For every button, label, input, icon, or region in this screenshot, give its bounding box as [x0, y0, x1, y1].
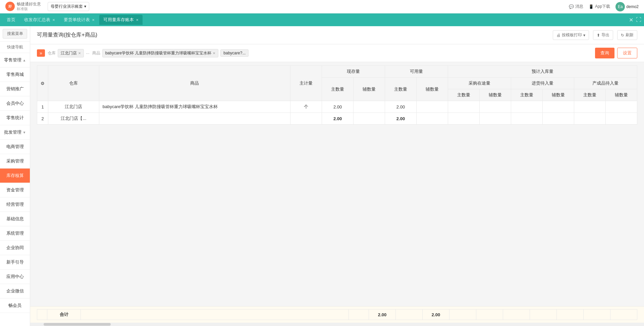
- warehouse-filter-tag[interactable]: 江北门店 ✕: [58, 49, 84, 57]
- sidebar-item-finance-mgmt[interactable]: 资金管理: [0, 183, 30, 197]
- message-btn[interactable]: 💬 消息: [569, 4, 583, 9]
- product-tag1-text: babycare学饮杯 儿童防摔防撞吸管杯重力球吸嘴杯宝宝水杯: [105, 50, 212, 56]
- sidebar-item-wholesale-mgmt[interactable]: 批发管理 ▼: [0, 125, 30, 140]
- footer-stock-main: 2.00: [369, 310, 396, 320]
- product-filter-tag1[interactable]: babycare学饮杯 儿童防摔防撞吸管杯重力球吸嘴杯宝宝水杯 ✕: [102, 49, 219, 57]
- tab-home-label: 首页: [7, 17, 15, 23]
- tab-receive-summary[interactable]: 收发存汇总表 ✕: [20, 15, 59, 25]
- sidebar-item-basic-info[interactable]: 基础信息: [0, 212, 30, 226]
- sidebar-item-wholesale-mgmt-label: 批发管理: [4, 129, 21, 135]
- product-filter-tag2[interactable]: babycare?...: [220, 49, 249, 57]
- row2-warehouse: 江北门店【...: [48, 113, 99, 125]
- footer-row: 合计 2.00 2.00: [37, 310, 637, 320]
- refresh-label: 刷新: [626, 32, 634, 38]
- tab-home[interactable]: 首页: [3, 15, 19, 25]
- sidebar-item-member-vip-label: 畅会员: [8, 302, 21, 309]
- h-scrollbar-thumb[interactable]: [44, 323, 111, 326]
- tab-receive-summary-close[interactable]: ✕: [52, 18, 55, 22]
- sidebar-item-retail-mall[interactable]: 零售商城: [0, 67, 30, 82]
- table-row: 1 江北门店 babycare学饮杯 儿童防摔防撞吸管杯重力球吸嘴杯宝宝水杯 个…: [37, 101, 637, 113]
- print-btn[interactable]: 🖨 按模板打印 ▾: [553, 30, 589, 40]
- user-profile[interactable]: Ea demo2: [615, 2, 639, 11]
- sidebar-item-retail-mgmt[interactable]: 零售管理 ▲: [0, 53, 30, 67]
- sidebar: 搜索菜单 快捷导航 零售管理 ▲ 零售商城 营销推广 会员中心 零售统计 批发管…: [0, 26, 30, 326]
- chevron-icon: ▲: [23, 58, 26, 62]
- sidebar-item-retail-stats[interactable]: 零售统计: [0, 111, 30, 125]
- tab-available-stock-close[interactable]: ✕: [136, 18, 139, 22]
- col-unit: 主计量: [290, 66, 322, 101]
- app-download-label: App下载: [595, 4, 610, 9]
- sidebar-item-stock-check-label: 库存核算: [6, 173, 24, 179]
- sidebar-item-finance-mgmt-label: 资金管理: [6, 187, 24, 193]
- warehouse-tag-close[interactable]: ✕: [78, 51, 81, 55]
- quick-nav-btn[interactable]: 快捷导航: [0, 42, 30, 53]
- refresh-btn[interactable]: ↻ 刷新: [617, 30, 637, 40]
- sidebar-item-enterprise-collab[interactable]: 企业协同: [0, 241, 30, 255]
- product-tag1-close[interactable]: ✕: [213, 51, 215, 55]
- footer-label: 合计: [47, 310, 81, 320]
- industry-select[interactable]: 母婴行业演示账套 ▾: [48, 2, 89, 11]
- sidebar-item-marketing[interactable]: 营销推广: [0, 82, 30, 96]
- tab-close-all-icon[interactable]: ✕: [629, 17, 633, 23]
- export-btn[interactable]: ⬆ 导出: [593, 30, 613, 40]
- tab-expand-icon[interactable]: ⛶: [636, 17, 641, 23]
- footer-empty1: [37, 310, 47, 320]
- avatar: Ea: [615, 2, 625, 11]
- sidebar-item-ops-mgmt[interactable]: 经营管理: [0, 197, 30, 212]
- sidebar-item-stock-check[interactable]: 库存核算: [0, 169, 30, 183]
- filter-toggle-btn[interactable]: »: [37, 49, 45, 57]
- product-filter-label: 商品: [92, 50, 100, 56]
- tab-available-stock[interactable]: 可用量库存账本 ✕: [99, 15, 143, 25]
- col-purchase-aux: 辅数量: [479, 89, 511, 101]
- sidebar-search-btn[interactable]: 搜索菜单: [3, 29, 27, 39]
- footer-unit: [349, 310, 369, 320]
- sidebar-item-purchase-mgmt[interactable]: 采购管理: [0, 154, 30, 169]
- sidebar-item-sys-mgmt[interactable]: 系统管理: [0, 226, 30, 241]
- warehouse-filter-dots[interactable]: ···: [86, 51, 90, 56]
- logo-icon: 好: [5, 2, 15, 11]
- tab-order-stats[interactable]: 要货单统计表 ✕: [60, 15, 99, 25]
- footer-p5: [584, 310, 610, 320]
- row1-avail-aux: [417, 101, 448, 113]
- col-produced-aux: 辅数量: [605, 89, 637, 101]
- message-label: 消息: [575, 4, 583, 9]
- page-header: 可用量查询(按仓库+商品) 🖨 按模板打印 ▾ ⬆ 导出 ↻ 刷新: [30, 26, 644, 44]
- print-label: 按模板打印: [562, 32, 582, 38]
- col-settings[interactable]: ⚙: [37, 66, 48, 101]
- col-product: 商品: [99, 66, 290, 101]
- row2-no: 2: [37, 113, 48, 125]
- sidebar-item-member-center[interactable]: 会员中心: [0, 96, 30, 111]
- logo-text-area: 畅捷通好生意 标准版: [17, 2, 41, 11]
- sidebar-item-ecommerce-label: 电商管理: [6, 144, 24, 150]
- sidebar-item-retail-mgmt-label: 零售管理: [4, 57, 21, 63]
- sidebar-item-retail-mall-label: 零售商城: [6, 72, 24, 78]
- row1-incoming-aux: [542, 101, 574, 113]
- row1-produced-aux: [605, 101, 637, 113]
- sidebar-item-app-center-label: 应用中心: [6, 274, 24, 280]
- sidebar-item-app-center[interactable]: 应用中心: [0, 270, 30, 284]
- sidebar-item-member-vip[interactable]: 畅会员: [0, 298, 30, 313]
- sidebar-item-purchase-mgmt-label: 采购管理: [6, 158, 24, 164]
- query-btn[interactable]: 查询: [595, 48, 614, 58]
- col-available: 可用量: [385, 66, 448, 78]
- sidebar-item-new-guide[interactable]: 新手引导: [0, 255, 30, 270]
- row2-incoming-main: [511, 113, 542, 125]
- app-download-icon: 📱: [589, 4, 594, 9]
- row2-produced-aux: [605, 113, 637, 125]
- export-icon: ⬆: [597, 33, 600, 38]
- sidebar-item-enterprise-wechat[interactable]: 企业微信: [0, 284, 30, 298]
- tab-available-stock-label: 可用量库存账本: [103, 17, 134, 23]
- col-produced: 产成品待入量: [574, 78, 637, 89]
- h-scrollbar[interactable]: [30, 323, 644, 326]
- row2-stock-aux: [354, 113, 385, 125]
- setting-btn[interactable]: 设置: [617, 48, 637, 58]
- col-purchase-main: 主数量: [448, 89, 479, 101]
- sidebar-item-retail-stats-label: 零售统计: [6, 115, 24, 121]
- tab-order-stats-close[interactable]: ✕: [92, 18, 95, 22]
- main-layout: 搜索菜单 快捷导航 零售管理 ▲ 零售商城 营销推广 会员中心 零售统计 批发管…: [0, 26, 644, 326]
- app-download-btn[interactable]: 📱 App下载: [589, 4, 610, 9]
- footer-avail-main: 2.00: [423, 310, 449, 320]
- row1-produced-main: [574, 101, 605, 113]
- footer-p4: [557, 310, 584, 320]
- sidebar-item-ecommerce[interactable]: 电商管理: [0, 140, 30, 154]
